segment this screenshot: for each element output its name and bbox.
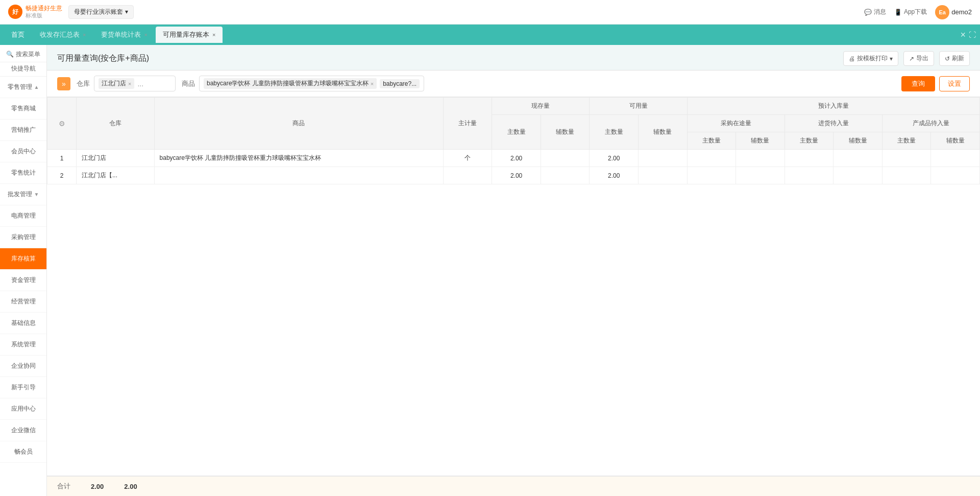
th-avail-main: 主数量 [590, 115, 639, 150]
footer-label: 合计 [57, 482, 70, 491]
th-purchase-sub: 辅数量 [736, 132, 785, 150]
th-purchase-group: 采购在途量 [687, 115, 785, 132]
product-input[interactable]: babycare学饮杯 儿童防摔防撞吸管杯重力球吸嘴杯宝宝水杯 × babyca… [199, 76, 424, 91]
th-stock-group: 现存量 [492, 98, 590, 115]
sidebar-item-label: 营销推广 [11, 126, 36, 134]
sidebar-item-ecommerce[interactable]: 电商管理 [0, 205, 46, 227]
cell-unit [443, 167, 492, 184]
th-warehouse: 仓库 [77, 98, 155, 150]
filter-toggle[interactable]: » [57, 77, 70, 90]
industry-selector[interactable]: 母婴行业演示账套 ▾ [68, 5, 134, 19]
sidebar-item-member2[interactable]: 畅会员 [0, 441, 46, 463]
message-action[interactable]: 💬 消息 [864, 8, 886, 16]
sidebar-item-inventory[interactable]: 库存核算 [0, 248, 46, 270]
warehouse-more[interactable]: ... [137, 80, 143, 88]
sidebar-item-app-center[interactable]: 应用中心 [0, 398, 46, 420]
tab-available[interactable]: 可用量库存账本 × [156, 27, 223, 43]
chevron-icon: ▼ [34, 192, 39, 197]
sidebar-item-label: 企业协同 [11, 362, 36, 370]
logo-area: 好 畅捷通好生意 标准版 [8, 5, 62, 19]
nav-tabs: 首页 收发存汇总表 × 要货单统计表 × 可用量库存账本 × × ⛶ [0, 25, 980, 45]
username: demo2 [951, 8, 972, 16]
app-download-action[interactable]: 📱 App下载 [894, 8, 927, 16]
th-avail-group: 可用量 [590, 98, 687, 115]
page-header: 可用量查询(按仓库+商品) 🖨 按模板打印 ▾ ↗ 导出 ↺ 刷新 [47, 45, 980, 70]
product-tag1-remove[interactable]: × [371, 81, 374, 87]
sidebar-item-label: 采购管理 [11, 233, 36, 242]
th-prod-main: 主数量 [882, 132, 931, 150]
cell-product: babycare学饮杯 儿童防摔防撞吸管杯重力球吸嘴杯宝宝水杯 [154, 150, 443, 167]
table-scroll-wrapper[interactable]: ⚙ 仓库 商品 主计量 现存量 可用量 预计入库量 主数量 辅数量 [47, 97, 980, 476]
sidebar-item-finance[interactable]: 资金管理 [0, 270, 46, 291]
warehouse-tag: 江北门店 × [99, 78, 134, 89]
expand-button[interactable]: ⛶ [969, 31, 976, 39]
sidebar-item-enterprise[interactable]: 企业协同 [0, 356, 46, 377]
warehouse-tag-text: 江北门店 [102, 79, 126, 88]
warehouse-tag-remove[interactable]: × [128, 81, 131, 87]
th-stock-sub: 辅数量 [541, 115, 590, 150]
query-button[interactable]: 查询 [901, 76, 935, 91]
app-label: App下载 [904, 8, 927, 16]
th-settings: ⚙ [47, 98, 77, 150]
warehouse-input[interactable]: 江北门店 × ... [94, 76, 176, 91]
export-button[interactable]: ↗ 导出 [903, 51, 934, 66]
user-area[interactable]: Ea demo2 [935, 5, 972, 19]
search-icon: 🔍 [6, 51, 14, 58]
product-tag1-text: babycare学饮杯 儿童防摔防撞吸管杯重力球吸嘴杯宝宝水杯 [207, 79, 369, 88]
tab-order-stat[interactable]: 要货单统计表 × [94, 27, 154, 43]
top-bar-left: 好 畅捷通好生意 标准版 母婴行业演示账套 ▾ [8, 5, 134, 19]
sidebar-item-label: 会员中心 [11, 147, 36, 156]
cell-arrival-sub [834, 150, 883, 167]
print-button[interactable]: 🖨 按模板打印 ▾ [843, 51, 898, 66]
th-arrival-main: 主数量 [785, 132, 834, 150]
sidebar-item-marketing[interactable]: 营销推广 [0, 120, 46, 141]
tab-summary-close[interactable]: × [83, 32, 86, 38]
quick-nav-label: 快捷导航 [11, 65, 36, 72]
sidebar-item-basic-info[interactable]: 基础信息 [0, 313, 46, 334]
tab-summary[interactable]: 收发存汇总表 × [33, 27, 93, 43]
sidebar-quick-nav[interactable]: 快捷导航 [0, 62, 46, 77]
th-stock-main: 主数量 [492, 115, 541, 150]
logo-sub: 标准版 [26, 12, 62, 19]
th-purchase-main: 主数量 [687, 132, 736, 150]
sidebar-item-wholesale[interactable]: 批发管理 ▼ [0, 184, 46, 205]
sidebar-item-retail-mall[interactable]: 零售商城 [0, 98, 46, 120]
th-incoming-group: 预计入库量 [687, 98, 979, 115]
settings-button[interactable]: 设置 [939, 76, 970, 91]
tab-available-label: 可用量库存账本 [163, 30, 209, 39]
product-filter-group: 商品 babycare学饮杯 儿童防摔防撞吸管杯重力球吸嘴杯宝宝水杯 × bab… [182, 76, 424, 91]
cell-prod-main [882, 150, 931, 167]
top-bar-right: 💬 消息 📱 App下载 Ea demo2 [864, 5, 972, 19]
tab-home[interactable]: 首页 [4, 27, 32, 43]
sidebar-search[interactable]: 🔍 搜索菜单 [0, 45, 46, 62]
cell-arrival-main [785, 167, 834, 184]
export-label: 导出 [916, 54, 928, 63]
gear-icon[interactable]: ⚙ [59, 120, 65, 128]
table-footer: 合计 2.00 2.00 [47, 476, 980, 496]
sidebar-item-business[interactable]: 经营管理 [0, 291, 46, 313]
sidebar-item-purchase[interactable]: 采购管理 [0, 227, 46, 248]
refresh-icon: ↺ [945, 55, 950, 62]
th-arrival-sub: 辅数量 [834, 132, 883, 150]
close-all-button[interactable]: × [960, 30, 966, 40]
data-table: ⚙ 仓库 商品 主计量 现存量 可用量 预计入库量 主数量 辅数量 [47, 97, 980, 184]
sidebar-item-retail-mgmt[interactable]: 零售管理 ▲ [0, 77, 46, 98]
th-production-group: 产成品待入量 [882, 115, 979, 132]
tab-available-close[interactable]: × [212, 32, 215, 38]
sidebar-item-member[interactable]: 会员中心 [0, 141, 46, 162]
refresh-button[interactable]: ↺ 刷新 [939, 51, 970, 66]
sidebar-item-label: 零售商城 [11, 104, 36, 113]
chevron-icon: ▲ [34, 84, 39, 90]
sidebar-item-system[interactable]: 系统管理 [0, 334, 46, 356]
sidebar-item-label: 系统管理 [11, 340, 36, 349]
tab-order-stat-close[interactable]: × [144, 32, 147, 38]
sidebar-item-newbie[interactable]: 新手引导 [0, 377, 46, 398]
product-label: 商品 [182, 79, 195, 88]
th-product: 商品 [154, 98, 443, 150]
cell-warehouse: 江北门店 [77, 150, 155, 167]
print-label: 按模板打印 [857, 54, 888, 63]
sidebar-item-wechat[interactable]: 企业微信 [0, 420, 46, 441]
sidebar-item-retail-stats[interactable]: 零售统计 [0, 162, 46, 184]
cell-stock-main: 2.00 [492, 150, 541, 167]
table-row: 2 江北门店【... 2.00 2.00 [47, 167, 980, 184]
